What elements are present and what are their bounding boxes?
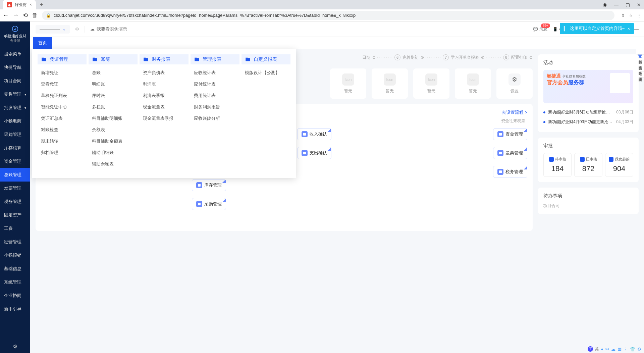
sidebar-item-17[interactable]: 系统管理 — [0, 275, 30, 289]
share-icon[interactable]: ⇪ — [621, 13, 625, 18]
mega-item-1-2[interactable]: 序时账 — [89, 90, 138, 101]
url-bar[interactable]: 🔒 cloud.chanjet.com/cc/u6d89qwnryel/57bf… — [42, 11, 614, 20]
mega-item-4-0[interactable]: 模版设计【公测】 — [241, 67, 290, 79]
sidebar-item-3[interactable]: 零售管理▾ — [0, 88, 30, 101]
mega-item-2-4[interactable]: 现金流量表季报 — [140, 113, 189, 124]
sidebar-item-18[interactable]: 企业协同 — [0, 289, 30, 302]
sidebar-item-11[interactable]: 税务管理 — [0, 195, 30, 208]
mega-item-0-6[interactable]: 期末结转 — [38, 136, 87, 147]
icon-card-4[interactable]: ⚙设置 — [496, 68, 533, 99]
mega-item-1-7[interactable]: 辅助明细账 — [89, 147, 138, 158]
sidebar-item-9[interactable]: 总账管理 — [0, 168, 30, 182]
flow-box-inventory[interactable]: 库存管理 — [192, 179, 226, 191]
sidebar-item-2[interactable]: 项目合同 — [0, 74, 30, 88]
sidebar-item-19[interactable]: 新手引导 — [0, 302, 30, 316]
icon-card-3[interactable]: Icon暂无 — [455, 68, 491, 99]
mega-item-3-3[interactable]: 财务利润报告 — [191, 101, 239, 113]
sidebar-item-10[interactable]: 发票管理 — [0, 182, 30, 195]
sidebar-item-4[interactable]: 批发管理▾ — [0, 101, 30, 114]
sidebar-item-5[interactable]: 小畅电商 — [0, 114, 30, 128]
mega-item-1-0[interactable]: 总账 — [89, 67, 138, 79]
approval-card-1[interactable]: 已审核872 — [574, 153, 602, 177]
demo-link[interactable]: ☁ 我要看实例演示 — [90, 26, 127, 32]
flow-box-expense-confirm[interactable]: 支出确认 — [297, 147, 331, 159]
reload-button[interactable]: ⟲ — [23, 12, 28, 19]
mega-item-1-1[interactable]: 明细账 — [89, 79, 138, 90]
mega-header-1[interactable]: 账簿 — [89, 54, 138, 64]
step-7[interactable]: 7学习开单查报表⊙ — [443, 54, 484, 60]
messages-button[interactable]: 💬 消息 99+ — [533, 26, 547, 32]
sidebar-item-12[interactable]: 固定资产 — [0, 208, 30, 222]
activity-item-0[interactable]: 新功能|好业财3月6日功能更新抢先知03月06日 — [543, 107, 633, 117]
flow-box-tax[interactable]: 税务管理 — [493, 166, 527, 178]
mega-item-2-1[interactable]: 利润表 — [140, 79, 189, 90]
icon-card-2[interactable]: Icon暂无 — [413, 68, 449, 99]
mega-item-0-3[interactable]: 智能凭证中心 — [38, 101, 87, 113]
tab-home[interactable]: 首页 — [33, 37, 52, 49]
mega-item-1-8[interactable]: 辅助余额表 — [89, 158, 138, 170]
mega-header-4[interactable]: 自定义报表 — [241, 54, 290, 64]
back-button[interactable]: ← — [3, 12, 9, 19]
ime-indicator[interactable]: 王 英 ● ✂ ☁ ▦ ⋮ 👕 ⚙ — [586, 345, 643, 353]
mega-header-2[interactable]: 财务报表 — [140, 54, 189, 64]
brand-name: 畅捷通好业财 — [3, 34, 28, 39]
mega-item-0-5[interactable]: 对账检查 — [38, 124, 87, 136]
minimize-button[interactable]: — — [614, 2, 619, 7]
mega-item-1-6[interactable]: 科目辅助余额表 — [89, 136, 138, 147]
sidebar-item-0[interactable]: 搜索菜单 — [0, 47, 30, 61]
icon-card-1[interactable]: Icon暂无 — [372, 68, 408, 99]
mega-item-1-5[interactable]: 余额表 — [89, 124, 138, 136]
mega-item-2-3[interactable]: 现金流量表 — [140, 101, 189, 113]
trash-icon[interactable]: 🗑 — [32, 12, 38, 19]
mega-item-2-0[interactable]: 资产负债表 — [140, 67, 189, 79]
mega-item-0-0[interactable]: 新增凭证 — [38, 67, 87, 79]
bookmark-icon[interactable]: ☆ — [629, 13, 633, 18]
mega-item-1-3[interactable]: 多栏账 — [89, 101, 138, 113]
step-6[interactable]: 6完善期初⊙ — [394, 54, 424, 60]
step-8[interactable]: 8配置打印⊙ — [503, 54, 533, 60]
mega-item-0-7[interactable]: 归档管理 — [38, 147, 87, 158]
browser-tab-active[interactable]: ◆ 好业财 × — [3, 0, 36, 9]
mega-header-0[interactable]: 凭证管理 — [38, 54, 87, 64]
sidebar-item-8[interactable]: 资金管理 — [0, 155, 30, 168]
icon-card-0[interactable]: Icon暂无 — [330, 68, 366, 99]
sidebar-item-7[interactable]: 库存核算 — [0, 141, 30, 155]
sidebar-item-1[interactable]: 快捷导航 — [0, 61, 30, 74]
menu-icon[interactable]: ⋮ — [637, 13, 641, 18]
sidebar-item-14[interactable]: 经营管理 — [0, 235, 30, 249]
approval-card-0[interactable]: 待审核184 — [543, 153, 572, 177]
approval-card-2[interactable]: 我发起的904 — [605, 153, 633, 177]
mega-item-2-2[interactable]: 利润表季报 — [140, 90, 189, 101]
sidebar-item-13[interactable]: 工资 — [0, 222, 30, 235]
sidebar-settings-button[interactable]: ⚙ — [0, 340, 30, 353]
flow-box-purchase[interactable]: 采购管理 — [192, 198, 226, 210]
step-date[interactable]: 日期⊙ — [362, 55, 376, 60]
sidebar-item-15[interactable]: 小畅报销 — [0, 249, 30, 262]
promo-banner[interactable]: 畅捷通 享社群专属权益 官方会员服务群 — [543, 70, 633, 103]
mega-item-3-1[interactable]: 应付统计表 — [191, 79, 239, 90]
org-selector[interactable]: ————— ⌄ — [36, 25, 70, 34]
logo-icon — [12, 26, 18, 32]
mega-item-0-4[interactable]: 凭证汇总表 — [38, 113, 87, 124]
forward-button[interactable]: → — [13, 12, 19, 19]
new-tab-button[interactable]: + — [40, 2, 43, 8]
settings-dot-icon[interactable]: ◉ — [602, 2, 607, 7]
mega-header-3[interactable]: 管理报表 — [191, 54, 239, 64]
close-button[interactable]: ✕ — [637, 2, 641, 7]
sidebar-item-16[interactable]: 基础信息 — [0, 262, 30, 275]
mega-item-0-2[interactable]: 草稿凭证列表 — [38, 90, 87, 101]
gear-icon[interactable]: ⚙ — [75, 27, 79, 32]
flow-box-invoice[interactable]: 发票管理 — [493, 147, 527, 159]
mega-item-1-4[interactable]: 科目辅助明细账 — [89, 113, 138, 124]
mega-item-3-2[interactable]: 费用统计表 — [191, 90, 239, 101]
flow-box-income-confirm[interactable]: 收入确认 — [297, 128, 331, 140]
tab-close-icon[interactable]: × — [30, 2, 32, 7]
mega-item-3-0[interactable]: 应收统计表 — [191, 67, 239, 79]
activity-item-1[interactable]: 新功能|好业财4月03日功能更新抢先知04月03日 — [543, 117, 633, 127]
tip-close-icon[interactable]: × — [627, 26, 630, 31]
mega-item-0-1[interactable]: 查看凭证 — [38, 79, 87, 90]
sidebar-item-6[interactable]: 采购管理 — [0, 128, 30, 141]
flow-box-fund[interactable]: 资金管理 — [493, 128, 527, 140]
mega-item-3-4[interactable]: 应收账龄分析 — [191, 113, 239, 124]
maximize-button[interactable]: ▢ — [625, 2, 630, 7]
